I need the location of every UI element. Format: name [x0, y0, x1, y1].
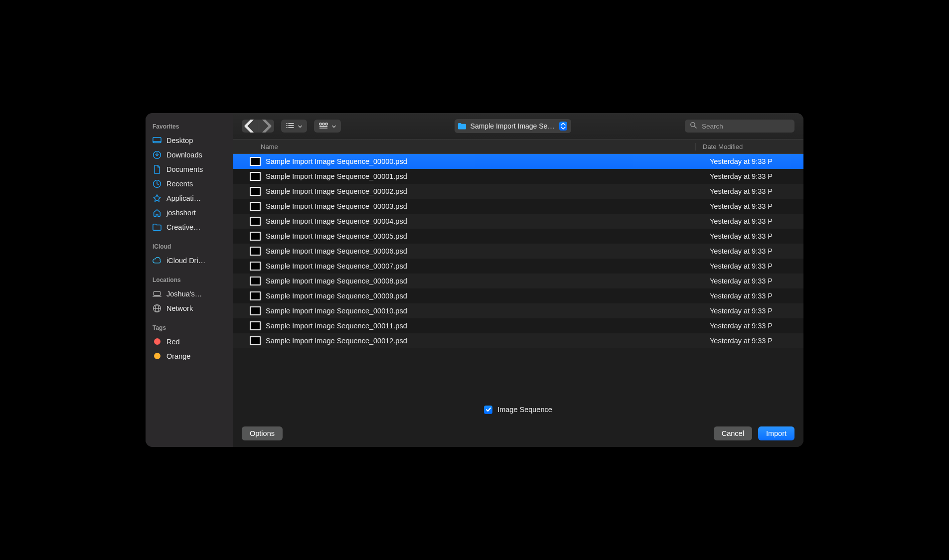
sidebar-item-downloads[interactable]: Downloads [146, 147, 233, 162]
file-icon [250, 157, 261, 166]
folder-icon [458, 122, 467, 130]
main-pane: Sample Import Image Se… Name Date Modifi [233, 113, 803, 447]
group-view-icon [319, 122, 328, 131]
file-date-modified: Yesterday at 9:33 P [703, 172, 803, 180]
sidebar-item-label: Desktop [166, 137, 193, 144]
file-date-modified: Yesterday at 9:33 P [703, 247, 803, 255]
search-icon [690, 122, 697, 131]
sidebar-item-label: joshshort [166, 209, 196, 217]
file-icon [250, 306, 261, 315]
sidebar-item-label: Red [166, 338, 180, 346]
sidebar-item-label: Applicati… [166, 194, 201, 202]
file-row[interactable]: Sample Import Image Sequence_00010.psdYe… [233, 303, 803, 318]
svg-rect-15 [319, 123, 321, 125]
import-button[interactable]: Import [758, 426, 794, 440]
file-date-modified: Yesterday at 9:33 P [703, 292, 803, 300]
file-row[interactable]: Sample Import Image Sequence_00007.psdYe… [233, 259, 803, 274]
sidebar-item-joshshort[interactable]: joshshort [146, 205, 233, 220]
search-field[interactable] [685, 120, 794, 133]
list-view-icon [286, 122, 294, 131]
image-sequence-label: Image Sequence [497, 406, 552, 414]
file-icon [250, 262, 261, 271]
file-date-modified: Yesterday at 9:33 P [703, 157, 803, 165]
sidebar-item-joshua-s[interactable]: Joshua's… [146, 286, 233, 301]
laptop-icon [153, 289, 161, 298]
file-row[interactable]: Sample Import Image Sequence_00004.psdYe… [233, 214, 803, 229]
file-icon [250, 321, 261, 330]
sidebar-item-recents[interactable]: Recents [146, 176, 233, 191]
file-icon [250, 247, 261, 256]
sidebar-section-title: Tags [146, 321, 233, 334]
file-row[interactable]: Sample Import Image Sequence_00009.psdYe… [233, 288, 803, 303]
file-name: Sample Import Image Sequence_00006.psd [266, 247, 703, 255]
file-row[interactable]: Sample Import Image Sequence_00001.psdYe… [233, 169, 803, 184]
updown-stepper-icon [559, 122, 567, 131]
sidebar-item-label: Network [166, 304, 193, 312]
options-button[interactable]: Options [242, 426, 283, 440]
sidebar-item-orange[interactable]: Orange [146, 349, 233, 363]
tag-icon [153, 352, 161, 361]
sidebar-section-title: Locations [146, 274, 233, 286]
file-date-modified: Yesterday at 9:33 P [703, 307, 803, 315]
search-input[interactable] [701, 122, 790, 131]
file-row[interactable]: Sample Import Image Sequence_00005.psdYe… [233, 229, 803, 244]
file-name: Sample Import Image Sequence_00002.psd [266, 187, 703, 195]
sidebar-section-title: iCloud [146, 240, 233, 253]
file-date-modified: Yesterday at 9:33 P [703, 232, 803, 240]
file-icon [250, 202, 261, 211]
view-list-button[interactable] [281, 120, 307, 133]
file-row[interactable]: Sample Import Image Sequence_00000.psdYe… [233, 154, 803, 169]
file-row[interactable]: Sample Import Image Sequence_00006.psdYe… [233, 244, 803, 259]
file-name: Sample Import Image Sequence_00005.psd [266, 232, 703, 240]
cloud-icon [153, 256, 161, 265]
file-icon [250, 172, 261, 181]
sidebar-item-applicati[interactable]: Applicati… [146, 191, 233, 205]
view-group-button[interactable] [314, 120, 341, 133]
sidebar-item-label: Recents [166, 180, 193, 188]
file-row[interactable]: Sample Import Image Sequence_00012.psdYe… [233, 333, 803, 348]
file-icon [250, 187, 261, 196]
sidebar-item-network[interactable]: Network [146, 301, 233, 315]
file-name: Sample Import Image Sequence_00000.psd [266, 157, 703, 165]
nav-segment [242, 120, 274, 133]
folder-icon [153, 223, 161, 232]
forward-button[interactable] [258, 120, 274, 133]
sidebar-section-title: Favorites [146, 120, 233, 133]
image-sequence-checkbox[interactable] [484, 406, 492, 414]
sidebar-item-desktop[interactable]: Desktop [146, 133, 233, 147]
file-row[interactable]: Sample Import Image Sequence_00002.psdYe… [233, 184, 803, 199]
file-date-modified: Yesterday at 9:33 P [703, 337, 803, 345]
downloads-icon [153, 150, 161, 159]
file-date-modified: Yesterday at 9:33 P [703, 187, 803, 195]
sidebar-item-red[interactable]: Red [146, 334, 233, 349]
document-icon [153, 165, 161, 174]
sidebar: FavoritesDesktopDownloadsDocumentsRecent… [146, 113, 233, 447]
sidebar-item-creative[interactable]: Creative… [146, 220, 233, 234]
path-popup-button[interactable]: Sample Import Image Se… [455, 119, 572, 133]
file-row[interactable]: Sample Import Image Sequence_00003.psdYe… [233, 199, 803, 214]
sidebar-item-label: iCloud Dri… [166, 257, 205, 265]
svg-rect-0 [153, 137, 161, 142]
sidebar-item-label: Documents [166, 165, 203, 173]
file-row[interactable]: Sample Import Image Sequence_00011.psdYe… [233, 318, 803, 333]
file-date-modified: Yesterday at 9:33 P [703, 277, 803, 285]
back-button[interactable] [242, 120, 258, 133]
file-date-modified: Yesterday at 9:33 P [703, 262, 803, 270]
applications-icon [153, 194, 161, 203]
file-name: Sample Import Image Sequence_00007.psd [266, 262, 703, 270]
column-headers: Name Date Modified [233, 139, 803, 154]
file-icon [250, 291, 261, 300]
column-date-modified[interactable]: Date Modified [695, 143, 803, 150]
file-row[interactable]: Sample Import Image Sequence_00008.psdYe… [233, 274, 803, 288]
file-open-dialog: FavoritesDesktopDownloadsDocumentsRecent… [146, 113, 803, 447]
column-name[interactable]: Name [233, 143, 695, 150]
chevron-down-icon [298, 122, 302, 131]
file-icon [250, 232, 261, 241]
sidebar-item-icloud-dri[interactable]: iCloud Dri… [146, 253, 233, 268]
file-list[interactable]: Sample Import Image Sequence_00000.psdYe… [233, 154, 803, 399]
file-icon [250, 277, 261, 285]
sidebar-item-documents[interactable]: Documents [146, 162, 233, 176]
path-label: Sample Import Image Se… [471, 122, 555, 130]
file-name: Sample Import Image Sequence_00012.psd [266, 337, 703, 345]
cancel-button[interactable]: Cancel [714, 426, 752, 440]
